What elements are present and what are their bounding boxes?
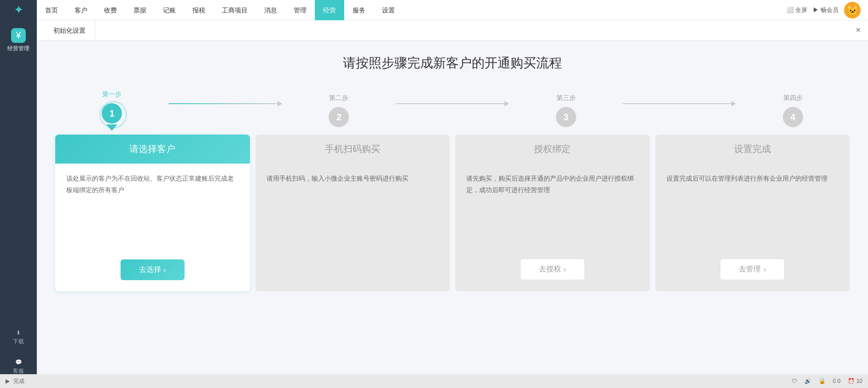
tab-close-button[interactable]: × (856, 25, 861, 35)
sidebar: ¥ 经营管理 ⬇ 下载 💬 客服 (0, 20, 37, 388)
nav-item-bill[interactable]: 票据 (125, 0, 155, 20)
member-btn[interactable]: ▶ 畅会员 (813, 6, 839, 14)
main-area: 初始化设置 × 请按照步骤完成新客户的开通购买流程 第一步 1 第二步 2 (37, 20, 868, 388)
step-3-label: 第三步 (556, 94, 576, 102)
time-label: ⏰ 10 (848, 378, 862, 384)
step-1-group: 第一步 1 (55, 90, 169, 131)
steps-row: 第一步 1 第二步 2 第三步 3 (55, 90, 850, 131)
card-3-footer: 去授权 › (455, 251, 650, 291)
step-3-group: 第三步 3 (509, 94, 623, 127)
connector-arrow-2 (504, 101, 509, 106)
status-text: 完成 (13, 377, 24, 385)
operation-icon: ¥ (11, 28, 26, 43)
step-4-circle: 4 (783, 107, 803, 127)
connector-line-2 (396, 103, 505, 104)
connector-1-2 (169, 101, 283, 120)
support-icon: 💬 (15, 359, 22, 365)
step-card-4: 设置完成 设置完成后可以在管理列表进行所有企业用户的经营管理 去管理 › (655, 135, 850, 291)
nav-item-manage[interactable]: 管理 (285, 0, 315, 20)
sidebar-item-operation[interactable]: ¥ 经营管理 (0, 24, 37, 56)
card-1-header: 请选择客户 (55, 135, 250, 164)
nav-item-business[interactable]: 工商项目 (214, 0, 256, 20)
tab-bar: 初始化设置 × (37, 20, 868, 41)
user-avatar[interactable]: 🐱 (844, 2, 861, 18)
connector-line-1 (169, 103, 278, 104)
connector-arrow-3 (731, 101, 736, 106)
step-2-circle: 2 (329, 107, 349, 127)
nav-item-settings[interactable]: 设置 (374, 0, 403, 20)
nav-item-customer[interactable]: 客户 (66, 0, 96, 20)
tab-init-settings[interactable]: 初始化设置 (44, 20, 95, 41)
connector-2-3 (396, 101, 509, 120)
connector-line-3 (623, 103, 732, 104)
card-1-footer: 去选择 › (55, 252, 250, 291)
step-card-3: 授权绑定 请先购买，购买后选择开通的产品中的企业用户进行授权绑定，成功后即可进行… (455, 135, 650, 291)
cards-container: 请选择客户 该处展示的客户为不在回收站、客户状态正常建账后完成老板端绑定的所有客… (55, 135, 850, 291)
go-manage-button[interactable]: 去管理 › (720, 259, 785, 280)
card-1-body: 该处展示的客户为不在回收站、客户状态正常建账后完成老板端绑定的所有客户 (55, 164, 250, 252)
step-2-label: 第二步 (329, 94, 348, 102)
go-select-button[interactable]: 去选择 › (121, 259, 185, 280)
connector-3-4 (623, 101, 736, 120)
step-1-circle: 1 (102, 103, 122, 123)
connector-arrow-1 (278, 101, 282, 106)
select-arrow-icon: › (164, 266, 166, 274)
nav-item-account[interactable]: 记账 (155, 0, 184, 20)
sidebar-download[interactable]: ⬇ 下载 (0, 323, 37, 351)
nav-item-operation[interactable]: 经营 (315, 0, 344, 20)
count1-label: 0 0 (833, 378, 841, 384)
nav-item-home[interactable]: 首页 (37, 0, 66, 20)
fullscreen-btn[interactable]: ⬜ 全屏 (787, 6, 808, 14)
play-icon: ▶ (6, 378, 10, 384)
manage-arrow-icon: › (764, 265, 766, 274)
nav-item-message[interactable]: 消息 (256, 0, 285, 20)
authorize-arrow-icon: › (564, 265, 566, 274)
go-authorize-button[interactable]: 去授权 › (520, 259, 585, 280)
step-card-1: 请选择客户 该处展示的客户为不在回收站、客户状态正常建账后完成老板端绑定的所有客… (55, 135, 250, 291)
page-title: 请按照步骤完成新客户的开通购买流程 (55, 54, 850, 72)
nav-item-fee[interactable]: 收费 (96, 0, 125, 20)
step-4-group: 第四步 4 (736, 94, 850, 127)
nav-right: ⬜ 全屏 ▶ 畅会员 🐱 (787, 2, 868, 18)
shield-icon: 🛡 (792, 378, 797, 384)
card-2-header: 手机扫码购买 (255, 135, 450, 164)
top-nav: ✦ 首页 客户 收费 票据 记账 报税 工商项目 消息 管理 经营 服务 设置 … (0, 0, 868, 20)
card-4-footer: 去管理 › (655, 251, 850, 291)
nav-item-service[interactable]: 服务 (344, 0, 374, 20)
card-3-header: 授权绑定 (455, 135, 650, 164)
card-4-body: 设置完成后可以在管理列表进行所有企业用户的经营管理 (655, 164, 850, 251)
card-2-footer (255, 273, 450, 291)
step-card-2: 手机扫码购买 请用手机扫码，输入小微企业主账号密码进行购买 (255, 135, 450, 291)
status-bar: ▶ 完成 🛡 🔊 🔒 0 0 ⏰ 10 (0, 374, 868, 388)
step-2-group: 第二步 2 (282, 94, 396, 127)
status-bar-right: 🛡 🔊 🔒 0 0 ⏰ 10 (792, 378, 862, 384)
step-4-label: 第四步 (783, 94, 803, 102)
nav-logo: ✦ (0, 0, 37, 20)
card-3-body: 请先购买，购买后选择开通的产品中的企业用户进行授权绑定，成功后即可进行经营管理 (455, 164, 650, 251)
card-4-header: 设置完成 (655, 135, 850, 164)
card-2-body: 请用手机扫码，输入小微企业主账号密码进行购买 (255, 164, 450, 273)
step-1-label: 第一步 (102, 90, 122, 99)
step-3-circle: 3 (556, 107, 576, 127)
lock-icon: 🔒 (819, 378, 826, 384)
nav-item-tax[interactable]: 报税 (184, 0, 214, 20)
content-area: 请按照步骤完成新客户的开通购买流程 第一步 1 第二步 2 (37, 41, 868, 388)
sound-icon: 🔊 (804, 378, 811, 384)
download-icon: ⬇ (16, 329, 21, 336)
